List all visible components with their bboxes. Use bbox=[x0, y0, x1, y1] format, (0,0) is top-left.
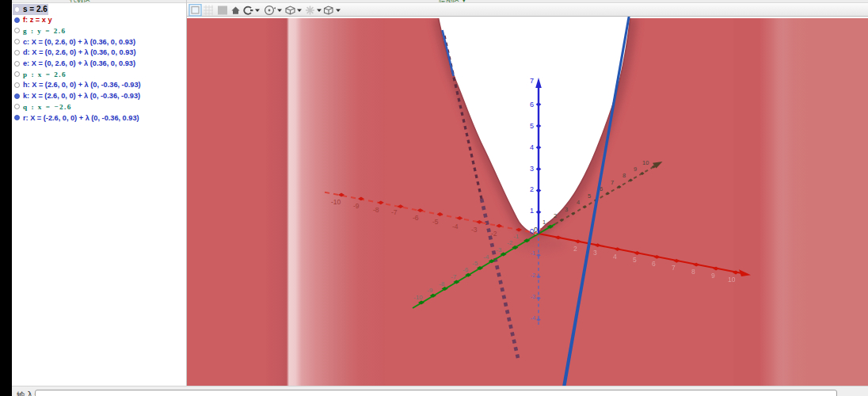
svg-text:5: 5 bbox=[530, 122, 534, 130]
svg-text:-2: -2 bbox=[507, 239, 513, 246]
svg-text:0: 0 bbox=[534, 226, 538, 234]
svg-text:-6: -6 bbox=[413, 214, 419, 222]
svg-text:9: 9 bbox=[711, 272, 715, 280]
svg-text:10: 10 bbox=[728, 276, 736, 284]
svg-text:4: 4 bbox=[613, 253, 617, 261]
svg-text:2: 2 bbox=[530, 185, 534, 193]
svg-text:-2: -2 bbox=[491, 230, 497, 238]
svg-text:-7: -7 bbox=[391, 208, 398, 216]
svg-text:3: 3 bbox=[565, 206, 568, 213]
svg-text:-3: -3 bbox=[496, 246, 502, 253]
svg-text:-4: -4 bbox=[531, 314, 535, 322]
svg-text:4: 4 bbox=[577, 199, 580, 206]
svg-text:4: 4 bbox=[530, 143, 534, 151]
svg-text:7: 7 bbox=[672, 264, 676, 272]
svg-text:-8: -8 bbox=[439, 280, 445, 287]
svg-text:3: 3 bbox=[593, 249, 597, 257]
svg-text:-4: -4 bbox=[483, 253, 489, 261]
svg-text:-10: -10 bbox=[413, 294, 423, 301]
svg-text:7: 7 bbox=[611, 179, 614, 186]
svg-text:9: 9 bbox=[634, 166, 637, 173]
svg-text:-3: -3 bbox=[471, 226, 478, 234]
svg-text:8: 8 bbox=[691, 268, 695, 276]
svg-text:1: 1 bbox=[530, 207, 534, 215]
svg-text:2: 2 bbox=[573, 245, 577, 253]
svg-text:-1: -1 bbox=[513, 233, 520, 240]
svg-text:-3: -3 bbox=[531, 293, 535, 300]
svg-text:-5: -5 bbox=[472, 260, 478, 267]
svg-text:-8: -8 bbox=[373, 206, 379, 214]
svg-text:-5: -5 bbox=[432, 218, 439, 226]
svg-text:-2: -2 bbox=[531, 272, 535, 279]
svg-text:2: 2 bbox=[554, 212, 557, 219]
svg-text:-1: -1 bbox=[531, 249, 535, 257]
svg-text:-6: -6 bbox=[463, 266, 469, 273]
svg-text:-4: -4 bbox=[452, 223, 459, 230]
svg-text:-9: -9 bbox=[427, 287, 433, 294]
svg-text:10: 10 bbox=[642, 159, 649, 166]
svg-text:-9: -9 bbox=[353, 202, 360, 210]
svg-text:6: 6 bbox=[530, 101, 534, 109]
svg-text:-7: -7 bbox=[451, 273, 457, 280]
svg-text:8: 8 bbox=[622, 172, 626, 179]
svg-text:-10: -10 bbox=[331, 198, 341, 206]
svg-text:6: 6 bbox=[652, 260, 656, 268]
svg-text:3: 3 bbox=[530, 165, 534, 173]
svg-text:1: 1 bbox=[542, 219, 546, 226]
svg-text:5: 5 bbox=[633, 256, 637, 264]
svg-text:5: 5 bbox=[588, 192, 591, 200]
svg-text:7: 7 bbox=[530, 77, 534, 85]
